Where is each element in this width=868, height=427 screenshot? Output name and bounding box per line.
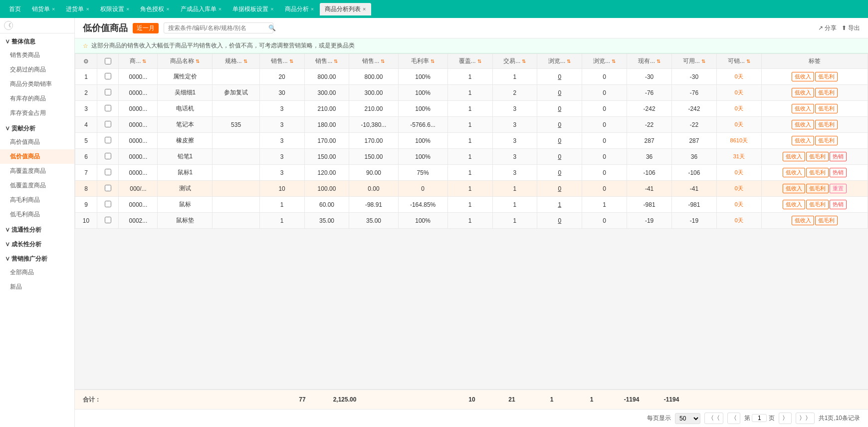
cell-sellable: 0天 bbox=[716, 101, 761, 117]
sidebar-item-high-coverage[interactable]: 高覆盖度商品 bbox=[0, 164, 74, 178]
prev-page-btn[interactable]: 〈 bbox=[727, 413, 740, 424]
sort-avail-icon: ⇅ bbox=[701, 58, 705, 64]
browse1-link[interactable]: 0 bbox=[558, 89, 561, 96]
row-checkbox[interactable] bbox=[105, 185, 111, 191]
close-purchase-icon[interactable]: × bbox=[86, 6, 89, 12]
col-settings[interactable]: ⚙ bbox=[75, 54, 97, 69]
close-goods-analysis-icon[interactable]: × bbox=[311, 6, 314, 12]
cell-sellable: 0天 bbox=[716, 69, 761, 85]
share-btn[interactable]: ↗ 分享 bbox=[818, 24, 837, 32]
close-role-icon[interactable]: × bbox=[166, 6, 169, 12]
close-goods-list-icon[interactable]: × bbox=[363, 6, 366, 12]
sidebar-item-low-margin[interactable]: 低毛利商品 bbox=[0, 207, 74, 222]
sidebar-item-all-goods[interactable]: 全部商品 bbox=[0, 265, 74, 280]
browse1-link[interactable]: 0 bbox=[558, 121, 561, 128]
cell-checkbox[interactable] bbox=[97, 197, 119, 213]
cell-checkbox[interactable] bbox=[97, 85, 119, 101]
col-sale-amt1[interactable]: 销售...⇅ bbox=[304, 54, 349, 69]
days-label: 0天 bbox=[735, 201, 743, 207]
sidebar-item-high-value[interactable]: 高价值商品 bbox=[0, 135, 74, 149]
col-sale-qty[interactable]: 销售...⇅ bbox=[259, 54, 304, 69]
nav-purchase[interactable]: 进货单 × bbox=[61, 3, 94, 15]
col-avail[interactable]: 可用...⇅ bbox=[672, 54, 717, 69]
row-checkbox[interactable] bbox=[105, 153, 111, 159]
row-checkbox[interactable] bbox=[105, 105, 111, 111]
page-size-select[interactable]: 50 100 200 bbox=[675, 413, 700, 424]
close-permission-icon[interactable]: × bbox=[126, 6, 129, 12]
sidebar-item-high-margin[interactable]: 高毛利商品 bbox=[0, 193, 74, 207]
nav-goods-analysis-list[interactable]: 商品分析列表 × bbox=[320, 3, 371, 15]
row-checkbox[interactable] bbox=[105, 217, 111, 223]
first-page-btn[interactable]: 〈〈 bbox=[704, 413, 723, 424]
search-icon[interactable]: 🔍 bbox=[268, 24, 276, 31]
select-all-checkbox[interactable] bbox=[105, 58, 111, 64]
nav-template[interactable]: 单据模板设置 × bbox=[227, 3, 278, 15]
nav-goods-analysis[interactable]: 商品分析 × bbox=[280, 3, 319, 15]
col-spec[interactable]: 规格...⇅ bbox=[213, 54, 259, 69]
nav-sales[interactable]: 销货单 × bbox=[27, 3, 60, 15]
cell-checkbox[interactable] bbox=[97, 117, 119, 133]
cell-checkbox[interactable] bbox=[97, 213, 119, 229]
browse1-link[interactable]: 0 bbox=[558, 185, 561, 192]
col-trade[interactable]: 交易...⇅ bbox=[492, 54, 537, 69]
col-browse2[interactable]: 浏览...⇅ bbox=[582, 54, 627, 69]
export-btn[interactable]: ⬆ 导出 bbox=[842, 24, 860, 32]
search-input[interactable] bbox=[164, 22, 273, 33]
cell-gross-rate: 0 bbox=[398, 181, 447, 197]
row-checkbox[interactable] bbox=[105, 169, 111, 175]
cell-code: 0000... bbox=[119, 117, 158, 133]
next-page-btn[interactable]: 〉 bbox=[779, 413, 792, 424]
collapse-btn[interactable]: 《 bbox=[4, 21, 13, 30]
sidebar-item-category-rate[interactable]: 商品分类助销率 bbox=[0, 77, 74, 91]
cell-tags: 低收入低毛利重置 bbox=[761, 181, 868, 197]
col-coverage[interactable]: 覆盖...⇅ bbox=[447, 54, 492, 69]
sidebar-item-stock-fund[interactable]: 库存资金占用 bbox=[0, 106, 74, 120]
cell-checkbox[interactable] bbox=[97, 101, 119, 117]
cell-tags: 低收入低毛利热销 bbox=[761, 197, 868, 213]
row-checkbox[interactable] bbox=[105, 137, 111, 143]
col-sellable[interactable]: 可销...⇅ bbox=[716, 54, 761, 69]
nav-product-in[interactable]: 产成品入库单 × bbox=[176, 3, 226, 15]
col-current[interactable]: 现有...⇅ bbox=[627, 54, 672, 69]
close-template-icon[interactable]: × bbox=[270, 6, 273, 12]
browse1-link[interactable]: 0 bbox=[558, 169, 561, 176]
sidebar-item-new-goods[interactable]: 新品 bbox=[0, 280, 74, 294]
cell-checkbox[interactable] bbox=[97, 133, 119, 149]
cell-sale-amt2: 210.00 bbox=[349, 101, 398, 117]
row-checkbox[interactable] bbox=[105, 73, 111, 79]
sidebar-item-sales-category[interactable]: 销售类商品 bbox=[0, 48, 74, 62]
cell-checkbox[interactable] bbox=[97, 181, 119, 197]
browse1-link[interactable]: 0 bbox=[558, 105, 561, 112]
row-checkbox[interactable] bbox=[105, 89, 111, 95]
cell-checkbox[interactable] bbox=[97, 69, 119, 85]
close-sales-icon[interactable]: × bbox=[52, 6, 55, 12]
col-checkbox[interactable] bbox=[97, 54, 119, 69]
browse1-link[interactable]: 0 bbox=[558, 137, 561, 144]
nav-permission[interactable]: 权限设置 × bbox=[95, 3, 134, 15]
nav-role[interactable]: 角色授权 × bbox=[135, 3, 174, 15]
browse1-link[interactable]: 0 bbox=[558, 73, 561, 80]
last-page-btn[interactable]: 〉〉 bbox=[796, 413, 815, 424]
sidebar-item-low-value[interactable]: 低价值商品 bbox=[0, 149, 74, 164]
sidebar-item-in-stock[interactable]: 有库存的商品 bbox=[0, 91, 74, 106]
cell-checkbox[interactable] bbox=[97, 149, 119, 165]
nav-home[interactable]: 首页 bbox=[4, 3, 26, 15]
col-sale-amt2[interactable]: 销售...⇅ bbox=[349, 54, 398, 69]
sidebar-item-low-coverage[interactable]: 低覆盖度商品 bbox=[0, 178, 74, 193]
cell-checkbox[interactable] bbox=[97, 165, 119, 181]
browse1-link[interactable]: 0 bbox=[558, 153, 561, 160]
browse1-link[interactable]: 1 bbox=[558, 201, 561, 208]
close-product-in-icon[interactable]: × bbox=[218, 6, 221, 12]
date-filter-btn[interactable]: 近一月 bbox=[133, 23, 159, 33]
row-checkbox[interactable] bbox=[105, 201, 111, 207]
footer-spacer4 bbox=[252, 394, 282, 405]
page-number-input[interactable] bbox=[752, 414, 767, 422]
cell-index: 8 bbox=[75, 181, 97, 197]
col-gross-rate[interactable]: 毛利率⇅ bbox=[398, 54, 447, 69]
col-code[interactable]: 商...⇅ bbox=[119, 54, 158, 69]
col-name[interactable]: 商品名称⇅ bbox=[158, 54, 213, 69]
sidebar-item-traded[interactable]: 交易过的商品 bbox=[0, 62, 74, 77]
col-browse1[interactable]: 浏览...⇅ bbox=[537, 54, 582, 69]
browse1-link[interactable]: 0 bbox=[558, 217, 561, 224]
row-checkbox[interactable] bbox=[105, 121, 111, 127]
